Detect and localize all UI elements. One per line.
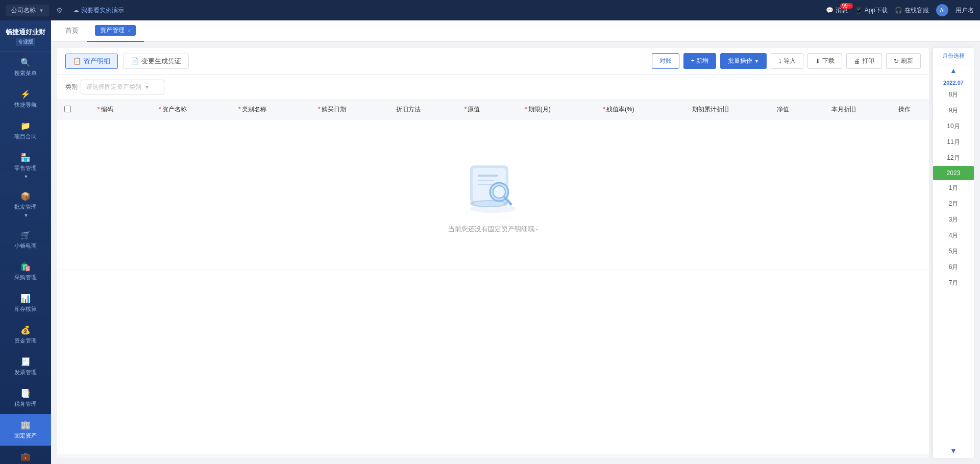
- print-btn[interactable]: 🖨 打印: [846, 53, 882, 69]
- col-purchase-date: *购买日期: [292, 100, 372, 119]
- search-icon: 🔍: [20, 58, 31, 67]
- refresh-btn[interactable]: ↻ 刷新: [886, 53, 921, 69]
- sub-tab-asset-detail[interactable]: 📋 资产明细: [65, 54, 118, 69]
- sidebar-item-ecommerce[interactable]: 🛒 小畅电商: [0, 224, 51, 256]
- receipt-icon: 🧾: [20, 357, 31, 367]
- app-download-btn[interactable]: 📱 App下载: [855, 6, 888, 15]
- user-avatar[interactable]: Ai: [936, 4, 948, 16]
- table-header-row: *编码 *资产名称 *类别名称 *购买日期 折旧方法 *原值 *期限(月) *残…: [57, 100, 929, 119]
- col-depreciation-method: 折旧方法: [372, 100, 445, 119]
- category-dropdown[interactable]: 请选择固定资产类别 ▼: [81, 80, 164, 94]
- add-btn[interactable]: + 新增: [683, 53, 716, 69]
- month-nav-down: ▼: [933, 444, 974, 458]
- col-category: *类别名称: [212, 100, 292, 119]
- month-item-7[interactable]: 7月: [933, 275, 974, 291]
- svg-rect-6: [478, 180, 494, 181]
- empty-illustration: [457, 155, 529, 216]
- match-btn[interactable]: 对账: [652, 53, 679, 69]
- sidebar-item-quick-nav[interactable]: ⚡ 快捷导航: [0, 83, 51, 115]
- demo-link[interactable]: ☁ 我要看实例演示: [73, 6, 124, 15]
- batch-btn[interactable]: 批量操作 ▼: [720, 53, 767, 69]
- sidebar-item-invoice[interactable]: 🧾 发票管理: [0, 351, 51, 382]
- arrow-icon: ▼: [24, 174, 29, 179]
- month-item-1[interactable]: 1月: [933, 180, 974, 196]
- svg-rect-5: [478, 175, 498, 177]
- cart-icon: 🛒: [20, 230, 31, 240]
- download-icon: ⬇: [815, 58, 820, 65]
- sidebar-item-fixed-assets[interactable]: 🏢 固定资产: [0, 414, 51, 446]
- sidebar-item-search[interactable]: 🔍 搜索菜单: [0, 52, 51, 83]
- top-bar-right: 💬 消息 99+ 📱 App下载 🎧 在线客服 Ai 用户名: [826, 4, 974, 16]
- bag-icon: 🛍️: [20, 262, 31, 272]
- import-icon: ⤵: [778, 58, 781, 65]
- top-bar: 公司名称 ▼ ⚙ ☁ 我要看实例演示 💬 消息 99+ 📱 App下载 🎧 在线…: [0, 0, 980, 20]
- doc-icon: 📄: [131, 57, 139, 65]
- tab-home[interactable]: 首页: [57, 21, 87, 41]
- box-icon: 📦: [20, 191, 31, 201]
- sidebar-item-salary[interactable]: 💼 工资: [0, 446, 51, 464]
- col-original-value: *原值: [445, 100, 500, 119]
- col-operation: 操作: [880, 100, 929, 119]
- month-item-12[interactable]: 12月: [933, 150, 974, 166]
- empty-state: 当前您还没有固定资产明细哦~: [63, 125, 923, 264]
- month-item-11[interactable]: 11月: [933, 134, 974, 150]
- download-btn[interactable]: ⬇ 下载: [807, 53, 842, 69]
- month-item-2023[interactable]: 2023: [933, 166, 974, 180]
- col-name: *资产名称: [133, 100, 212, 119]
- nav-tabs: 首页 资产管理 ×: [51, 20, 980, 42]
- category-filter: 类别 请选择固定资产类别 ▼: [65, 80, 164, 94]
- sidebar-item-wholesale[interactable]: 📦 批发管理 ▼: [0, 185, 51, 224]
- empty-text: 当前您还没有固定资产明细哦~: [448, 225, 538, 234]
- svg-point-4: [474, 201, 504, 206]
- user-name: 用户名: [955, 6, 974, 15]
- online-service-btn[interactable]: 🎧 在线客服: [895, 6, 929, 15]
- month-item-10[interactable]: 10月: [933, 118, 974, 134]
- month-nav-up: ▲: [933, 64, 974, 77]
- filter-toolbar: 类别 请选择固定资产类别 ▼: [57, 75, 929, 100]
- arrow-icon: ▼: [24, 213, 29, 218]
- tab-close-btn[interactable]: ×: [128, 28, 131, 34]
- month-item-9[interactable]: 9月: [933, 103, 974, 118]
- tab-asset-management[interactable]: 资产管理 ×: [87, 20, 144, 42]
- main-panel: 📋 资产明细 📄 变更生成凭证 对账 + 新增: [57, 48, 929, 458]
- col-net-value: 净值: [759, 100, 807, 119]
- month-item-6[interactable]: 6月: [933, 259, 974, 275]
- month-year-label: 2022.07: [933, 77, 974, 87]
- month-down-btn[interactable]: ▼: [948, 446, 959, 456]
- month-item-3[interactable]: 3月: [933, 212, 974, 228]
- month-item-2[interactable]: 2月: [933, 196, 974, 212]
- phone-icon: 📱: [855, 7, 863, 14]
- month-list: 8月 9月 10月 11月 12月 2023 1月 2月 3月 4月 5月 6月…: [933, 87, 974, 444]
- chart-icon: 📊: [20, 294, 31, 303]
- message-btn[interactable]: 💬 消息 99+: [826, 6, 848, 15]
- horizontal-scrollbar[interactable]: [57, 454, 929, 458]
- sub-tab-change-voucher[interactable]: 📄 变更生成凭证: [123, 54, 189, 69]
- dropdown-arrow-icon: ▼: [144, 84, 150, 90]
- sidebar-item-project[interactable]: 📁 项目合同: [0, 115, 51, 146]
- month-item-5[interactable]: 5月: [933, 243, 974, 259]
- print-icon: 🖨: [854, 58, 860, 65]
- store-icon: 🏪: [20, 153, 31, 162]
- import-btn[interactable]: ⤵ 导入: [771, 53, 803, 69]
- month-item-8[interactable]: 8月: [933, 87, 974, 103]
- month-up-btn[interactable]: ▲: [948, 65, 959, 76]
- col-monthly-dep: 本月折旧: [807, 100, 880, 119]
- month-item-4[interactable]: 4月: [933, 228, 974, 243]
- sidebar-item-finance[interactable]: 💰 资金管理: [0, 319, 51, 351]
- sidebar-item-retail[interactable]: 🏪 零售管理 ▼: [0, 146, 51, 185]
- asset-table: *编码 *资产名称 *类别名称 *购买日期 折旧方法 *原值 *期限(月) *残…: [57, 100, 929, 454]
- lightning-icon: ⚡: [20, 89, 31, 99]
- list-icon: 📋: [73, 57, 81, 65]
- sidebar-item-tax[interactable]: 📑 税务管理: [0, 382, 51, 414]
- col-accumulated: 期初累计折旧: [662, 100, 759, 119]
- tax-icon: 📑: [20, 388, 31, 398]
- select-all-checkbox[interactable]: [64, 106, 71, 112]
- message-badge: 99+: [840, 3, 853, 9]
- sidebar-item-inventory[interactable]: 📊 库存核算: [0, 287, 51, 319]
- briefcase-icon: 💼: [20, 452, 31, 461]
- settings-icon[interactable]: ⚙: [56, 6, 63, 14]
- money-icon: 💰: [20, 325, 31, 335]
- sub-tabs: 📋 资产明细 📄 变更生成凭证 对账 + 新增: [57, 48, 929, 75]
- company-selector[interactable]: 公司名称 ▼: [6, 5, 49, 16]
- sidebar-item-purchase[interactable]: 🛍️ 采购管理: [0, 256, 51, 287]
